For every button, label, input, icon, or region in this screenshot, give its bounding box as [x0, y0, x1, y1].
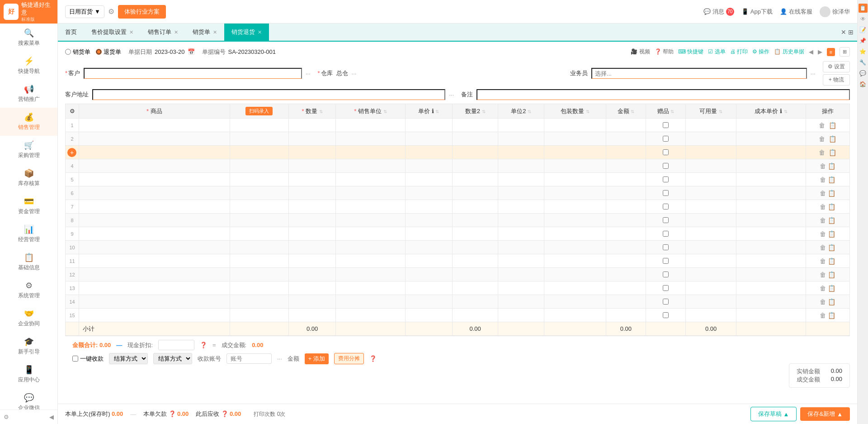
- right-panel-icon-6[interactable]: 🔧: [859, 58, 868, 67]
- save-draft-dropdown-icon[interactable]: ▲: [783, 411, 789, 418]
- online-service-button[interactable]: 👤 在线客服: [780, 8, 812, 16]
- unit2-sort-icon[interactable]: ⇅: [528, 109, 531, 114]
- row-2-packqty[interactable]: [544, 132, 606, 146]
- close-all-icon[interactable]: ✕: [841, 29, 846, 36]
- row-13-delete[interactable]: 🗑: [819, 284, 827, 293]
- sidebar-item-basic[interactable]: 📋 基础信息: [0, 248, 57, 276]
- save-new-button[interactable]: 保存&新增 ▲: [800, 407, 850, 421]
- account-input[interactable]: [226, 353, 272, 364]
- row-1-available[interactable]: [685, 119, 736, 132]
- row-12-copy[interactable]: 📋: [827, 270, 836, 279]
- row-14-copy[interactable]: 📋: [827, 297, 836, 306]
- right-panel-icon-1[interactable]: 📋: [859, 4, 868, 13]
- remark-input[interactable]: [476, 89, 850, 100]
- row-2-costprice[interactable]: [736, 132, 806, 146]
- row-2-delete[interactable]: 🗑: [818, 134, 826, 143]
- unit-sort-icon[interactable]: ⇅: [383, 109, 387, 114]
- toolbar-view-grid[interactable]: ⊞: [840, 47, 850, 57]
- toolbar-history[interactable]: 📋 历史单据: [774, 48, 804, 56]
- logistics-button[interactable]: + 物流: [823, 74, 850, 86]
- tab-price-settings-close[interactable]: ✕: [129, 29, 133, 35]
- sidebar-item-inventory[interactable]: 📦 库存核算: [0, 164, 57, 192]
- row-3-amount[interactable]: [606, 146, 646, 159]
- save-draft-button[interactable]: 保存草稿 ▲: [750, 407, 797, 421]
- save-new-dropdown-icon[interactable]: ▲: [837, 411, 843, 418]
- right-panel-icon-7[interactable]: 💬: [859, 69, 868, 78]
- costprice-sort-icon[interactable]: ⇅: [784, 109, 788, 114]
- toolbar-operation[interactable]: ⚙ 操作: [752, 48, 769, 56]
- sidebar-settings-icon[interactable]: ⚙: [4, 414, 9, 420]
- row-15-delete[interactable]: 🗑: [819, 311, 827, 320]
- row-2-unit2[interactable]: [498, 132, 544, 146]
- row-1-delete[interactable]: 🗑: [818, 121, 826, 130]
- tab-sales-return-close[interactable]: ✕: [258, 29, 262, 35]
- sidebar-item-search[interactable]: 🔍 搜索菜单: [0, 24, 57, 52]
- row-14-delete[interactable]: 🗑: [819, 297, 827, 306]
- row-6-delete[interactable]: 🗑: [819, 189, 827, 198]
- row-8-delete[interactable]: 🗑: [819, 216, 827, 225]
- row-2-available[interactable]: [685, 132, 736, 146]
- toolbar-print[interactable]: 🖨 打印: [730, 48, 748, 56]
- row-1-copy[interactable]: 📋: [828, 121, 837, 130]
- cash-discount-input[interactable]: [158, 340, 194, 350]
- row-13-copy[interactable]: 📋: [827, 284, 836, 293]
- gift-sort-icon[interactable]: ⇅: [670, 109, 674, 114]
- calendar-icon[interactable]: 📅: [188, 48, 195, 55]
- trial-button[interactable]: 体验行业方案: [118, 5, 166, 19]
- available-sort-icon[interactable]: ⇅: [719, 109, 722, 114]
- sidebar-item-system[interactable]: ⚙ 系统管理: [0, 276, 57, 304]
- sidebar-item-wechat[interactable]: 💬 企业微信: [0, 388, 57, 410]
- toolbar-prev[interactable]: ◀: [809, 48, 813, 55]
- row-3-delete[interactable]: 🗑: [818, 148, 826, 157]
- row-11-delete[interactable]: 🗑: [819, 257, 827, 266]
- row-1-qty[interactable]: [289, 119, 336, 132]
- row-3-qty2[interactable]: [452, 146, 498, 159]
- row-3-unit[interactable]: [336, 146, 405, 159]
- should-receive-help[interactable]: ❓: [221, 410, 228, 417]
- row-2-product[interactable]: [79, 132, 230, 146]
- quantity-sort-icon[interactable]: ⇅: [319, 109, 323, 114]
- app-download-button[interactable]: 📱 App下载: [741, 8, 773, 16]
- row-10-delete[interactable]: 🗑: [819, 243, 827, 252]
- sidebar-item-guide[interactable]: 🎓 新手引导: [0, 332, 57, 360]
- row-11-copy[interactable]: 📋: [827, 257, 836, 266]
- tab-price-settings[interactable]: 售价提取设置 ✕: [84, 24, 141, 41]
- row-2-unit[interactable]: [336, 132, 405, 146]
- row-1-qty2[interactable]: [452, 119, 498, 132]
- sidebar-collapse-icon[interactable]: ◀: [49, 414, 54, 420]
- sidebar-item-quick[interactable]: ⚡ 快捷导航: [0, 52, 57, 80]
- account-dots[interactable]: ···: [277, 355, 282, 362]
- price-sort-icon[interactable]: ⇅: [435, 109, 439, 114]
- sidebar-item-collab[interactable]: 🤝 企业协同: [0, 304, 57, 332]
- toolbar-view-list[interactable]: ≡: [827, 48, 835, 56]
- tab-sales-slip[interactable]: 销货单 ✕: [185, 24, 224, 41]
- row-5-delete[interactable]: 🗑: [819, 175, 827, 184]
- row-1-product[interactable]: [79, 119, 230, 132]
- one-click-payment-checkbox[interactable]: [72, 356, 78, 362]
- row-4-delete[interactable]: 🗑: [819, 162, 827, 171]
- one-click-payment-label[interactable]: 一键收款: [72, 355, 104, 363]
- user-menu[interactable]: 徐泽华: [820, 6, 850, 17]
- sidebar-item-marketing[interactable]: 📢 营销推广: [0, 80, 57, 108]
- row-12-delete[interactable]: 🗑: [819, 270, 827, 279]
- sidebar-item-sales[interactable]: 💰 销售管理: [0, 108, 57, 136]
- amount-sort-icon[interactable]: ⇅: [631, 109, 634, 114]
- right-panel-icon-2[interactable]: 👁: [859, 14, 868, 24]
- row-2-price[interactable]: [405, 132, 452, 146]
- row-10-copy[interactable]: 📋: [827, 243, 836, 252]
- topbar-gear-icon[interactable]: ⚙: [108, 7, 114, 16]
- toolbar-shortcuts[interactable]: ⌨ 快捷键: [678, 48, 703, 56]
- row-1-price[interactable]: [405, 119, 452, 132]
- sidebar-item-purchase[interactable]: 🛒 采购管理: [0, 136, 57, 164]
- row-2-gift[interactable]: [646, 132, 685, 146]
- row-3-price[interactable]: [405, 146, 452, 159]
- row-3-copy[interactable]: 📋: [828, 148, 837, 157]
- table-settings-icon[interactable]: ⚙: [70, 108, 75, 114]
- row-3-gift[interactable]: [646, 146, 685, 159]
- tab-sales-order-close[interactable]: ✕: [174, 29, 178, 35]
- row-1-gift[interactable]: [646, 119, 685, 132]
- salesperson-input[interactable]: [591, 68, 807, 79]
- row-3-product[interactable]: [79, 146, 230, 159]
- right-panel-icon-5[interactable]: ⭐: [859, 47, 868, 56]
- right-panel-icon-4[interactable]: 📌: [859, 36, 868, 45]
